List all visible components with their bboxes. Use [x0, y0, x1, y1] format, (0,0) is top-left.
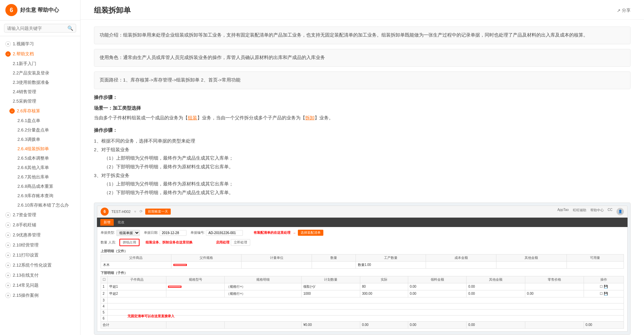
- share-label: 分享: [622, 7, 631, 13]
- sidebar-item-newbie[interactable]: 2.1新手入门: [0, 59, 80, 68]
- sidebar-item-cost-adjust[interactable]: 2.6.5成本调整单: [0, 154, 80, 163]
- link-disassembly[interactable]: 拆卸: [305, 115, 315, 120]
- form-date-label: 单据日期:: [144, 230, 158, 235]
- form-date-group: 单据日期:: [144, 230, 186, 236]
- sidebar-item-label: 2.12系统个性化设置: [13, 262, 52, 268]
- lower-cell-1-name: 甲超2: [108, 290, 166, 297]
- upper-cell-name: 木木: [101, 261, 171, 268]
- logo-icon: 6: [5, 4, 17, 16]
- sidebar-item-ledger-fix[interactable]: 2.6.10库存账本错了怎么办: [0, 201, 80, 210]
- lower-table-section: 下部明细（子件）: [101, 271, 624, 275]
- upper-th-1: 父件规格: [171, 254, 241, 261]
- sidebar-item-transfer[interactable]: 2.6.3调拨单: [0, 135, 80, 144]
- sidebar-item-operations[interactable]: + 2.10经营管理: [0, 240, 80, 250]
- sidebar-item-label: 2.6.4组装拆卸单: [17, 146, 49, 152]
- nav-help: 帮助中心: [590, 208, 604, 215]
- expand-icon: +: [5, 293, 11, 298]
- step-3: 3、对于拆卖业务: [94, 171, 631, 180]
- sidebar-item-cost-recalc[interactable]: 2.6.8商品成本重算: [0, 182, 80, 191]
- sidebar-item-label: 1.视频学习: [13, 41, 34, 47]
- lower-row-5: 6: [101, 315, 624, 321]
- sidebar-item-data-prep[interactable]: 2.3使用前数据准备: [0, 78, 80, 87]
- upper-spec-input[interactable]: [173, 264, 187, 266]
- upper-cell-other: [496, 261, 567, 268]
- btn-select-bom[interactable]: 选择装配清单: [298, 230, 323, 236]
- expand-icon: +: [5, 222, 11, 228]
- sidebar-item-finance[interactable]: + 2.7资金管理: [0, 210, 80, 220]
- sidebar-item-faq[interactable]: + 2.14常见问题: [0, 280, 80, 290]
- app-tab-edit[interactable]: 批改: [114, 219, 128, 226]
- sidebar-item-assembly[interactable]: 2.6.4组装拆卸单: [0, 144, 80, 154]
- sidebar-item-label: 2.8手机旺铺: [13, 222, 36, 228]
- sidebar-item-coupon[interactable]: + 2.9优惠券管理: [0, 230, 80, 240]
- search-wrap[interactable]: 🔍: [4, 24, 76, 33]
- lower-spec-input-0[interactable]: [168, 286, 181, 288]
- sidebar-item-label: 2.帮助文档: [13, 51, 34, 57]
- nav-apptao: AppTao: [557, 208, 569, 215]
- sidebar-item-label: 2.6库存核算: [17, 108, 40, 114]
- link-assembly[interactable]: 组装: [188, 115, 197, 120]
- sidebar-item-purchase[interactable]: 2.5采购管理: [0, 97, 80, 106]
- sidebar-item-install[interactable]: 2.2产品安装及登录: [0, 68, 80, 78]
- lower-th-check: ☐: [101, 276, 108, 283]
- intro-text: 功能介绍：组装拆卸单用来处理企业组装或拆卸等加工业务，支持有固定装配清单的产品加…: [100, 33, 588, 38]
- sidebar-item-inventory[interactable]: − 2.6库存核算: [0, 106, 80, 116]
- content-header: 组装拆卸单 ↗ 分享: [80, 0, 644, 20]
- sidebar-item-label: 2.1新手入门: [13, 61, 36, 67]
- upper-cell-cost: [426, 261, 496, 268]
- form-no-input[interactable]: [206, 230, 243, 236]
- sidebar-item-other-in[interactable]: 2.6.6其他入库单: [0, 163, 80, 172]
- search-icon[interactable]: 🔍: [67, 25, 73, 31]
- expand-icon: +: [5, 253, 11, 258]
- upper-row-0: 木木 数量1.00: [101, 261, 624, 268]
- form-type-select[interactable]: 组装单据: [116, 230, 140, 236]
- toggle-group: 数量 人员:: [101, 240, 116, 245]
- sidebar-item-partial-stocktake[interactable]: 2.6.2分量盘点单: [0, 125, 80, 135]
- sidebar-item-docs[interactable]: − 2.帮助文档: [0, 49, 80, 59]
- role-text: 使用角色：通常由生产人员或库管人员完成拆装业务的操作，库管人员确认原材料的出库和…: [100, 55, 325, 60]
- upper-cell-qty: [312, 261, 356, 268]
- expand-icon: +: [5, 41, 11, 47]
- sidebar-item-label: 2.10经营管理: [13, 242, 39, 248]
- sidebar-item-print[interactable]: + 2.11打印设置: [0, 250, 80, 260]
- ops-steps-title: 操作步骤：: [94, 127, 631, 133]
- nav-cc: CC: [608, 208, 612, 215]
- sidebar-item-payment[interactable]: + 2.13在线支付: [0, 270, 80, 280]
- annotation-3-text: 启用处理: [216, 240, 229, 245]
- step-2-2: （2）下部明细为子件明细，最终作为原材料生成其它出库单。: [104, 163, 631, 171]
- lower-th-6: 其他金额: [467, 276, 525, 283]
- sidebar-item-cases[interactable]: + 2.15操作案例: [0, 290, 80, 300]
- sidebar-item-ledger-query[interactable]: 2.6.9库存账本查询: [0, 191, 80, 201]
- upper-cell-unit: [241, 261, 312, 268]
- form-type-group: 单据类型: 组装单据: [101, 230, 140, 236]
- biz-type-label: 拼组占用: [123, 240, 136, 244]
- sidebar-item-label: 2.6.6其他入库单: [17, 165, 49, 171]
- btn-enable[interactable]: 立即处理: [231, 239, 250, 246]
- lower-row-2: 3: [101, 297, 624, 303]
- lower-th-4: 实际: [360, 276, 408, 283]
- path-block: 页面路径：1、库存核算->库存管理->组装拆卸单 2、首页->常用功能: [94, 71, 631, 89]
- logo-text: 好生意 帮助中心: [20, 7, 59, 14]
- lower-th-1: 规格型号: [166, 276, 225, 283]
- sidebar-item-label: 2.2产品安装及登录: [13, 70, 49, 76]
- sidebar-item-label: 2.3使用前数据准备: [13, 79, 49, 86]
- sidebar-item-sales[interactable]: 2.4销售管理: [0, 87, 80, 97]
- share-button[interactable]: ↗ 分享: [617, 7, 631, 13]
- search-input[interactable]: [7, 26, 67, 31]
- sidebar-item-stocktake[interactable]: 2.6.1盘点单: [0, 116, 80, 125]
- form-date-input[interactable]: [160, 230, 186, 236]
- app-prev-btn[interactable]: 前期账套一天: [145, 209, 171, 215]
- step-1: 1、根据不同的业务，选择不同单据的类型来处理: [94, 137, 631, 146]
- step-2-1: （1）上部明细为父件明细，最终作为产成品生成其它入库单；: [104, 154, 631, 163]
- sidebar-item-label: 2.15操作案例: [13, 292, 39, 298]
- form-type-label: 单据类型:: [101, 230, 115, 235]
- collapse-icon: −: [5, 51, 11, 57]
- sidebar-item-mobile[interactable]: + 2.8手机旺铺: [0, 220, 80, 230]
- sidebar-item-video[interactable]: + 1.视频学习: [0, 39, 80, 49]
- lower-cell-0-name: 甲超1: [108, 283, 166, 290]
- upper-th-6: 其他金额: [496, 254, 567, 261]
- sidebar-item-personalize[interactable]: + 2.12系统个性化设置: [0, 260, 80, 270]
- sidebar-item-other-out[interactable]: 2.6.7其他出库单: [0, 172, 80, 182]
- app-tab-new[interactable]: 新增: [100, 219, 114, 226]
- business-type-selector[interactable]: 拼组占用: [119, 239, 140, 246]
